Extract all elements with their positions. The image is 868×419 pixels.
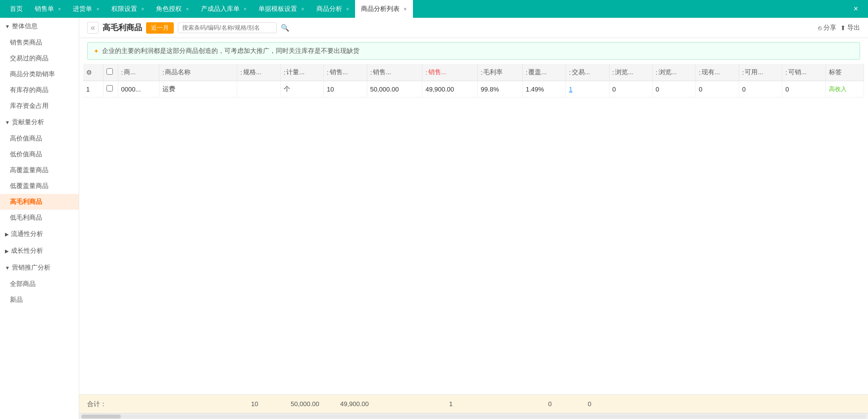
col-available[interactable]: :可用... — [739, 64, 782, 81]
share-icon: ⎋ — [818, 24, 822, 32]
col-settings[interactable]: ⚙ — [83, 64, 103, 81]
sidebar-item-sales-goods[interactable]: 销售类商品 — [0, 35, 79, 50]
footer-spacer3 — [218, 400, 248, 408]
col-browse1[interactable]: :浏览... — [609, 64, 652, 81]
col-sellable[interactable]: :可销... — [782, 64, 825, 81]
sidebar-item-high-value[interactable]: 高价值商品 — [0, 131, 79, 146]
cell-current: 0 — [696, 81, 739, 97]
search-icon[interactable]: 🔍 — [281, 24, 289, 32]
cell-spec — [237, 81, 280, 97]
total-label: 合计： — [87, 400, 106, 409]
action-buttons: ⎋ 分享 ⬆ 导出 — [818, 23, 860, 32]
filter-recent-month-button[interactable]: 近一月 — [146, 22, 174, 34]
scrollbar-thumb[interactable] — [81, 415, 121, 419]
footer-browse-spacer — [486, 400, 515, 408]
sidebar-section-contribution[interactable]: ▼ 贡献量分析 — [0, 114, 79, 131]
footer-summary: 合计： 10 50,000.00 49,900.00 1 0 0 — [79, 394, 868, 413]
info-icon: ✦ — [94, 47, 99, 55]
table-container[interactable]: ⚙ :商... :商品名称 :规格... :计量... :销售... :销售..… — [79, 64, 868, 394]
footer-trans: 1 — [446, 400, 486, 408]
sidebar-section-marketing[interactable]: ▼ 营销推广分析 — [0, 259, 79, 276]
col-tag[interactable]: 标签 — [825, 64, 864, 81]
share-button[interactable]: ⎋ 分享 — [818, 23, 836, 32]
nav-permissions[interactable]: 权限设置 × — [105, 0, 150, 18]
sidebar-section-overall[interactable]: ▼ 整体信息 — [0, 18, 79, 35]
col-margin-rate[interactable]: :毛利率 — [477, 64, 522, 81]
nav-goods-analysis[interactable]: 商品分析 × — [310, 0, 355, 18]
col-name[interactable]: :商品名称 — [159, 64, 237, 81]
info-banner: ✦ 企业的主要的利润都是这部分商品创造的，可考虑加大推广，同时关注库存是不要出现… — [87, 42, 860, 60]
sidebar-section-flow[interactable]: ▶ 流通性分析 — [0, 226, 79, 242]
close-icon[interactable]: × — [404, 6, 407, 12]
col-coverage[interactable]: :覆盖... — [522, 64, 565, 81]
col-code[interactable]: :商... — [118, 64, 159, 81]
nav-home[interactable]: 首页 — [4, 0, 29, 18]
cell-available: 0 — [739, 81, 782, 97]
footer-coverage-spacer — [416, 400, 446, 408]
nav-purchase-order[interactable]: 进货单 × — [67, 0, 105, 18]
export-button[interactable]: ⬆ 导出 — [840, 23, 860, 32]
col-browse2[interactable]: :浏览... — [652, 64, 695, 81]
close-icon[interactable]: × — [141, 6, 144, 12]
close-icon[interactable]: × — [244, 6, 247, 12]
select-all-checkbox[interactable] — [106, 68, 113, 75]
col-spec[interactable]: :规格... — [237, 64, 280, 81]
horizontal-scrollbar[interactable] — [79, 413, 868, 419]
footer-cells: 10 50,000.00 49,900.00 1 0 0 — [114, 400, 860, 408]
sidebar: ▼ 整体信息 销售类商品 交易过的商品 商品分类助销率 有库存的商品 库存资金占… — [0, 18, 79, 419]
export-icon: ⬆ — [840, 24, 846, 32]
nav-sales-order[interactable]: 销售单 × — [29, 0, 67, 18]
col-current[interactable]: :现有... — [696, 64, 739, 81]
search-input[interactable] — [178, 22, 277, 33]
sidebar-collapse-button[interactable]: « — [87, 22, 99, 34]
sidebar-item-high-coverage[interactable]: 高覆盖量商品 — [0, 162, 79, 178]
sidebar-item-in-stock-goods[interactable]: 有库存的商品 — [0, 82, 79, 98]
window-close-button[interactable]: × — [848, 4, 864, 13]
sidebar-item-low-margin[interactable]: 低毛利商品 — [0, 210, 79, 226]
sidebar-item-traded-goods[interactable]: 交易过的商品 — [0, 50, 79, 66]
nav-production[interactable]: 产成品入库单 × — [195, 0, 253, 18]
sidebar-section-growth[interactable]: ▶ 成长性分析 — [0, 242, 79, 259]
col-unit[interactable]: :计量... — [280, 64, 323, 81]
col-sales-qty[interactable]: :销售... — [324, 64, 367, 81]
goods-table: ⚙ :商... :商品名称 :规格... :计量... :销售... :销售..… — [83, 64, 864, 97]
close-icon[interactable]: × — [58, 6, 61, 12]
cell-index: 1 — [83, 81, 103, 97]
footer-browse-spacer2 — [515, 400, 545, 408]
footer-margin-spacer — [387, 400, 416, 408]
sidebar-item-low-coverage[interactable]: 低覆盖量商品 — [0, 178, 79, 194]
sidebar-item-high-margin[interactable]: 高毛利商品 — [0, 194, 79, 210]
cell-trans[interactable]: 1 — [566, 81, 609, 97]
close-icon[interactable]: × — [346, 6, 349, 12]
footer-sales-qty: 10 — [248, 400, 288, 408]
footer-spacer2 — [189, 400, 218, 408]
cell-sales-cost: 49,900.00 — [422, 81, 478, 97]
sidebar-item-all-goods[interactable]: 全部商品 — [0, 276, 79, 292]
cell-checkbox[interactable] — [103, 81, 118, 97]
row-checkbox[interactable] — [106, 85, 113, 92]
sidebar-item-low-value[interactable]: 低价值商品 — [0, 146, 79, 162]
nav-goods-analysis-list[interactable]: 商品分析列表 × — [355, 0, 412, 18]
nav-roles[interactable]: 角色授权 × — [150, 0, 195, 18]
cell-name: 运费 — [159, 81, 237, 97]
scrollbar-track[interactable] — [81, 415, 866, 419]
page-title: 高毛利商品 — [102, 23, 142, 33]
footer-available: 0 — [585, 400, 624, 408]
sidebar-item-inventory-capital[interactable]: 库存资金占用 — [0, 98, 79, 114]
sidebar-item-category-rate[interactable]: 商品分类助销率 — [0, 66, 79, 82]
close-icon[interactable]: × — [301, 6, 304, 12]
col-sales-cost[interactable]: :销售... — [422, 64, 478, 81]
col-checkbox[interactable] — [103, 64, 118, 81]
footer-current: 0 — [545, 400, 585, 408]
table-header-row: ⚙ :商... :商品名称 :规格... :计量... :销售... :销售..… — [83, 64, 864, 81]
close-icon[interactable]: × — [186, 6, 189, 12]
nav-template[interactable]: 单据模板设置 × — [253, 0, 310, 18]
col-trans[interactable]: :交易... — [566, 64, 609, 81]
cell-tag: 高收入 — [825, 81, 864, 97]
chevron-down-icon: ▼ — [5, 265, 10, 271]
sidebar-item-new-goods[interactable]: 新品 — [0, 292, 79, 308]
close-icon[interactable]: × — [96, 6, 99, 12]
table-row: 1 0000... 运费 个 10 50,000.00 49,900.00 99… — [83, 81, 864, 97]
col-sales-amount[interactable]: :销售... — [367, 64, 422, 81]
content-area: « 高毛利商品 近一月 🔍 ⎋ 分享 ⬆ 导出 ✦ 企业的主要的利润都是这部分商… — [79, 18, 868, 419]
